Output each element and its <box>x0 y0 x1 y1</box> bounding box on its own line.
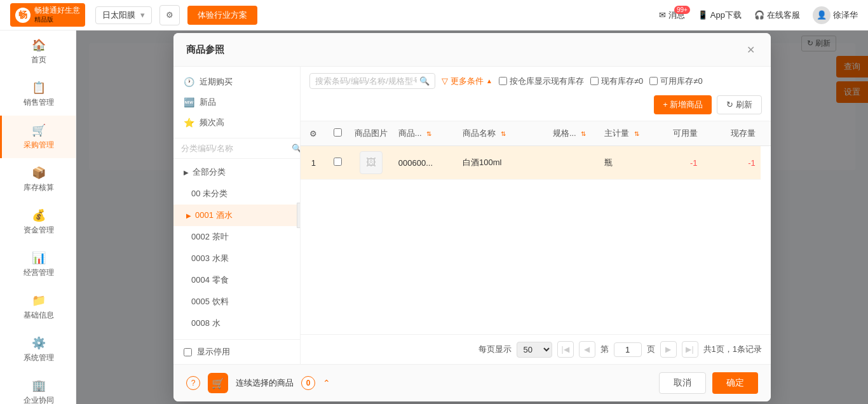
row-index: 1 <box>301 146 327 180</box>
sidebar-item-system[interactable]: ⚙️ 系统管理 <box>0 328 76 371</box>
category-label-0002: 0002 茶叶 <box>191 231 229 243</box>
online-service-nav[interactable]: 🎧 在线客服 <box>754 10 800 21</box>
category-item-0005[interactable]: 0005 饮料 <box>173 291 300 313</box>
recent-icon: 🕐 <box>184 77 194 87</box>
col-header-code[interactable]: 商品... ⇅ <box>393 121 458 146</box>
category-item-0001[interactable]: ▶ 0001 酒水 <box>173 205 300 226</box>
usable-filter-checkbox[interactable] <box>649 77 658 85</box>
sidebar-item-basic[interactable]: 📁 基础信息 <box>0 286 76 328</box>
col-header-image[interactable]: 商品图片 <box>349 121 393 146</box>
app-logo[interactable]: 畅 畅捷通好生意 精品版 <box>10 3 85 27</box>
category-item-all[interactable]: ▶ 全部分类 <box>173 161 300 183</box>
cancel-button[interactable]: 取消 <box>659 372 706 394</box>
col-header-checkbox[interactable] <box>327 121 349 146</box>
category-search-icon[interactable]: 🔍 <box>292 144 301 153</box>
col-header-available[interactable]: 可用量 <box>644 121 702 146</box>
category-item-0003[interactable]: 0003 水果 <box>173 248 300 269</box>
row-name: 白酒100ml <box>458 146 548 180</box>
col-header-name[interactable]: 商品名称 ⇅ <box>458 121 548 146</box>
finance-icon: 💰 <box>32 208 46 222</box>
main-content: 查询 设置 ↻ 刷新 商品参照 ✕ <box>76 30 868 404</box>
modal-close-button[interactable]: ✕ <box>743 42 758 57</box>
table-body: 1 🖼 000600... 白酒100ml <box>301 146 771 180</box>
show-disabled-checkbox[interactable] <box>184 348 192 356</box>
available-filter-checkbox[interactable] <box>590 77 599 85</box>
next-page-button[interactable]: ▶ <box>660 341 677 358</box>
user-nav[interactable]: 👤 徐泽华 <box>813 6 858 24</box>
category-item-0010[interactable]: 0010 家电 <box>173 334 300 339</box>
available-filter-label: 现有库存≠0 <box>601 76 643 87</box>
modal-title: 商品参照 <box>186 44 224 56</box>
pagination-bar: 每页显示 50 10 20 100 |◀ ◀ 第 1 页 <box>301 334 771 364</box>
category-label-0008: 0008 水 <box>191 318 220 329</box>
modal-footer: ? 🛒 连续选择的商品 0 ⌃ 取消 确定 <box>173 364 771 401</box>
online-service-label: 在线客服 <box>767 10 800 21</box>
app-download-label: App下载 <box>710 10 742 21</box>
expand-0001-icon: ▶ <box>186 212 191 219</box>
select-all-checkbox[interactable] <box>334 128 342 137</box>
main-layout: 🏠 首页 📋 销售管理 🛒 采购管理 📦 库存核算 💰 资金管理 📊 经营管理 … <box>0 30 868 404</box>
sidebar-label-home: 首页 <box>31 55 46 65</box>
cart-icon[interactable]: 🛒 <box>208 373 228 393</box>
col-scrollbar-placeholder <box>761 121 771 146</box>
product-search-input[interactable] <box>315 76 417 86</box>
row-unit: 瓶 <box>599 146 645 180</box>
col-header-stock[interactable]: 现存量 <box>703 121 761 146</box>
warehouse-filter-checkbox[interactable] <box>499 77 507 85</box>
help-icon[interactable]: ? <box>186 376 200 390</box>
category-item-0002[interactable]: 0002 茶叶 <box>173 226 300 248</box>
per-page-select[interactable]: 50 10 20 100 <box>517 342 552 358</box>
product-table: ⚙ 商品图片 商品... <box>301 121 771 180</box>
col-header-unit[interactable]: 主计量 ⇅ <box>599 121 645 146</box>
sidebar-item-finance[interactable]: 💰 资金管理 <box>0 201 76 243</box>
table-row[interactable]: 1 🖼 000600... 白酒100ml <box>301 146 771 180</box>
sidebar-item-inventory[interactable]: 📦 库存核算 <box>0 158 76 201</box>
prev-page-button[interactable]: ◀ <box>579 341 595 358</box>
usable-filter-label: 可用库存≠0 <box>660 76 702 87</box>
sidebar-item-purchase[interactable]: 🛒 采购管理 <box>0 116 76 158</box>
sidebar-label-finance: 资金管理 <box>24 225 54 236</box>
category-search-input[interactable] <box>181 144 288 153</box>
search-icon[interactable]: 🔍 <box>419 76 430 86</box>
row-checkbox-cell[interactable] <box>327 146 349 180</box>
col-header-settings[interactable]: ⚙ <box>301 121 327 146</box>
sidebar-item-home[interactable]: 🏠 首页 <box>0 30 76 73</box>
col-header-spec[interactable]: 规格... ⇅ <box>548 121 599 146</box>
sales-icon: 📋 <box>32 81 46 95</box>
last-page-button[interactable]: ▶| <box>682 341 698 358</box>
category-item-0008[interactable]: 0008 水 <box>173 313 300 334</box>
sidebar-item-operation[interactable]: 📊 经营管理 <box>0 243 76 286</box>
store-selector[interactable]: 日太阳膜 ▾ <box>95 6 152 24</box>
right-panel: 🔍 ▽ 更多条件 ▲ 按仓库显示现有库存 <box>301 67 771 364</box>
show-disabled-label[interactable]: 显示停用 <box>197 346 230 358</box>
selected-count-badge: 0 <box>301 376 315 390</box>
sidebar-item-enterprise[interactable]: 🏢 企业协同 <box>0 371 76 404</box>
category-item-0004[interactable]: 0004 零食 <box>173 269 300 291</box>
page-input[interactable]: 1 <box>614 342 642 357</box>
quick-link-new[interactable]: 🆕 新品 <box>173 92 300 112</box>
first-page-button[interactable]: |◀ <box>557 341 574 358</box>
product-toolbar: 🔍 ▽ 更多条件 ▲ 按仓库显示现有库存 <box>301 67 771 121</box>
category-item-00[interactable]: 00 未分类 <box>173 183 300 205</box>
add-product-button[interactable]: + 新增商品 <box>654 95 712 114</box>
page-label: 第 <box>600 344 609 355</box>
settings-icon[interactable]: ⚙ <box>159 5 180 25</box>
app-download-nav[interactable]: 📱 App下载 <box>698 10 742 21</box>
messages-nav[interactable]: ✉ 消息 99+ <box>659 10 685 21</box>
trial-button[interactable]: 体验行业方案 <box>187 6 257 25</box>
available-filter[interactable]: 现有库存≠0 <box>590 76 643 87</box>
row-checkbox[interactable] <box>334 158 342 166</box>
quick-link-frequent-label: 频次高 <box>200 117 224 128</box>
sidebar-item-sales[interactable]: 📋 销售管理 <box>0 73 76 116</box>
chevron-up-icon: ▲ <box>486 77 492 84</box>
usable-filter[interactable]: 可用库存≠0 <box>649 76 702 87</box>
refresh-button[interactable]: ↻ 刷新 <box>717 95 762 114</box>
warehouse-filter[interactable]: 按仓库显示现有库存 <box>499 76 584 87</box>
confirm-button[interactable]: 确定 <box>712 372 758 394</box>
footer-collapse-icon[interactable]: ⌃ <box>323 378 330 388</box>
quick-link-frequent[interactable]: ⭐ 频次高 <box>173 112 300 133</box>
category-label-0004: 0004 零食 <box>191 274 229 286</box>
star-icon: ⭐ <box>184 118 194 128</box>
quick-link-recent[interactable]: 🕐 近期购买 <box>173 72 300 92</box>
filter-more-button[interactable]: ▽ 更多条件 ▲ <box>442 76 492 87</box>
